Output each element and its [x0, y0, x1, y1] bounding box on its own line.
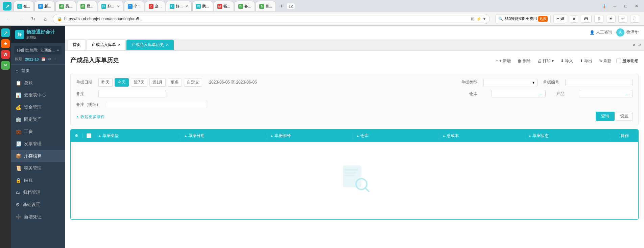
query-button[interactable]: 查询	[596, 112, 615, 121]
table-checkbox-column[interactable]	[83, 133, 95, 138]
table-total-cost-column[interactable]: ▲ 总成本	[439, 133, 525, 139]
sidebar-item-funds[interactable]: 💰 资金管理	[11, 101, 65, 113]
table-settings-column[interactable]: ⚙	[71, 133, 83, 138]
period-calendar-icon[interactable]: 📅	[41, 57, 45, 61]
search-bar[interactable]: 🔍 360智能抠图免费用 热搜	[495, 15, 550, 23]
collapse-button[interactable]: ∧ 收起更多条件	[76, 114, 105, 120]
sidebar-item-invoice[interactable]: 🧾 发票管理	[11, 138, 65, 150]
product-select[interactable]: ...	[579, 90, 633, 97]
browser-tab-9[interactable]: 腾 腾...	[192, 1, 213, 11]
tab-count-badge[interactable]: 12	[287, 3, 295, 9]
home-icon: ⌂	[16, 68, 18, 73]
browser-tab-10[interactable]: M 畅...	[214, 1, 234, 11]
table-bill-date-column[interactable]: ▲ 单据日期	[181, 133, 267, 139]
show-columns-checkbox[interactable]	[616, 59, 621, 63]
toolbar-refresh-button[interactable]: ↻ 刷新	[597, 57, 614, 65]
bill-no-input[interactable]	[565, 79, 633, 86]
dock-icon-mail[interactable]: ✉	[1, 61, 10, 70]
back-button[interactable]: ←	[4, 14, 14, 24]
customer-service-button[interactable]: 👤 人工咨询	[590, 29, 612, 35]
tab-panel-close-icon[interactable]: ✕	[633, 43, 636, 47]
close-button[interactable]: ✕	[632, 1, 641, 11]
browser-tab-5[interactable]: 好 好... ✕	[98, 1, 123, 11]
table-bill-no-column[interactable]: ▲ 单据编号	[267, 133, 353, 139]
browser-tab-11[interactable]: 各 各...	[235, 1, 255, 11]
minimize-button[interactable]: ─	[610, 1, 620, 11]
page-tab-history-close[interactable]: ✕	[166, 43, 169, 47]
apps-grid[interactable]: ⊞	[594, 15, 603, 23]
sidebar-item-archive[interactable]: 🗂 归档管理	[11, 186, 65, 199]
bill-type-select[interactable]: ▾	[483, 79, 538, 86]
toolbar-show-columns-toggle[interactable]: 显示明细	[616, 58, 639, 64]
more-tool[interactable]: ⋮	[630, 15, 640, 23]
sidebar-item-ledger[interactable]: 📋 总账	[11, 77, 65, 89]
period-settings-icon[interactable]: ⚙	[48, 57, 51, 61]
toolbar-add-button[interactable]: + + 新增	[494, 57, 513, 65]
dock-icon-app[interactable]: ↗	[1, 28, 10, 37]
tab-panel-expand-icon[interactable]: ⤢	[638, 43, 641, 47]
scissors-tool[interactable]: ✂ 译	[553, 15, 567, 23]
page-tab-list-close[interactable]: ✕	[118, 43, 121, 47]
toolbar-delete-button[interactable]: 🗑 删除	[516, 57, 533, 65]
table-bill-type-column[interactable]: ▲ 单据类型	[95, 133, 181, 139]
sidebar-item-reports[interactable]: 📊 云报表中心	[11, 89, 65, 101]
home-button[interactable]: ⌂	[41, 14, 50, 24]
date-btn-7days[interactable]: 近7天	[131, 78, 147, 87]
table-select-all-checkbox[interactable]	[87, 133, 91, 138]
company-selector[interactable]: (勿删勿禁用）江西服宝测试专用 ▾	[14, 46, 62, 54]
customize-button[interactable]: 👔	[599, 1, 609, 11]
sidebar-item-home[interactable]: ⌂ 首页	[11, 65, 65, 77]
sidebar-item-payroll[interactable]: 💼 工资	[11, 126, 65, 138]
date-btn-today[interactable]: 今天	[115, 78, 129, 87]
table-bill-status-column[interactable]: ▲ 单据状态	[525, 133, 612, 139]
page-tab-list[interactable]: 产成品入库单 ✕	[87, 40, 126, 50]
maximize-button[interactable]: □	[621, 1, 630, 11]
warehouse-select[interactable]: ...	[492, 90, 546, 97]
date-btn-more[interactable]: 更多	[168, 78, 182, 87]
browser-tab-2[interactable]: 新 新...	[34, 1, 55, 11]
game-tool[interactable]: 🎮	[581, 15, 592, 23]
period-add-icon[interactable]: +	[54, 57, 56, 61]
set-button[interactable]: 设置	[616, 112, 633, 121]
forward-button[interactable]: →	[16, 14, 26, 24]
browser-tab-12[interactable]: S 目...	[256, 1, 276, 11]
warehouse-dots-icon[interactable]: ...	[539, 91, 543, 96]
product-dots-icon[interactable]: ...	[626, 91, 630, 96]
table-warehouse-column[interactable]: ▲ 仓库	[353, 133, 439, 139]
history-tool[interactable]: ↩	[618, 15, 627, 23]
tab-close-5[interactable]: ✕	[117, 4, 120, 8]
refresh-button[interactable]: ↻	[28, 14, 38, 24]
sidebar-item-label-home: 首页	[21, 68, 30, 74]
page-tab-history[interactable]: 产成品入库单历史 ✕	[126, 40, 174, 50]
sidebar-item-checkout[interactable]: 🔒 结账	[11, 174, 65, 186]
note-input[interactable]	[98, 90, 166, 97]
date-btn-custom[interactable]: 自定义	[184, 78, 202, 87]
sidebar-item-settings[interactable]: ⚙ 基础设置	[11, 199, 65, 211]
browser-tab-4[interactable]: 易 易...	[77, 1, 97, 11]
translate-tool[interactable]: ¥	[570, 15, 578, 23]
sidebar-item-label-tax: 税务管理	[24, 165, 42, 171]
toolbar-import-button[interactable]: ⬇ 导入	[558, 57, 575, 65]
theme-tool[interactable]: ☀	[606, 15, 616, 23]
note-detail-input[interactable]	[106, 101, 207, 108]
tab-close-8[interactable]: ✕	[185, 4, 188, 8]
toolbar-print-button[interactable]: 🖨 打印 ▾	[535, 57, 556, 65]
dock-icon-orange[interactable]: ★	[1, 39, 10, 48]
date-btn-1month[interactable]: 近1月	[149, 78, 166, 87]
new-tab-button[interactable]: +	[277, 1, 286, 11]
sidebar-item-tax[interactable]: 📜 税务管理	[11, 162, 65, 174]
toolbar-export-button[interactable]: ⬆ 导出	[578, 57, 594, 65]
app-logo-icon[interactable]: ↗	[3, 2, 11, 10]
browser-tab-7[interactable]: C 企...	[145, 1, 165, 11]
dock-icon-weibo[interactable]: W	[1, 50, 10, 59]
url-bar[interactable]: 🔒 https://cloud.chanjet.com/accounting/u…	[53, 14, 490, 24]
sidebar-item-inventory[interactable]: 📦 库存核算	[11, 150, 65, 162]
browser-tab-6[interactable]: 个 个...	[124, 1, 144, 11]
sidebar-item-newbill[interactable]: ➕ 新增凭证	[11, 211, 65, 223]
browser-tab-8[interactable]: 好 好... ✕	[166, 1, 192, 11]
browser-tab-3[interactable]: 易 易...	[55, 1, 76, 11]
sidebar-item-fixed[interactable]: 🏢 固定资产	[11, 113, 65, 126]
browser-tab-1[interactable]: 在 在...	[14, 1, 34, 11]
date-btn-yesterday[interactable]: 昨天	[98, 78, 113, 87]
page-tab-home[interactable]: 首页	[68, 40, 86, 50]
